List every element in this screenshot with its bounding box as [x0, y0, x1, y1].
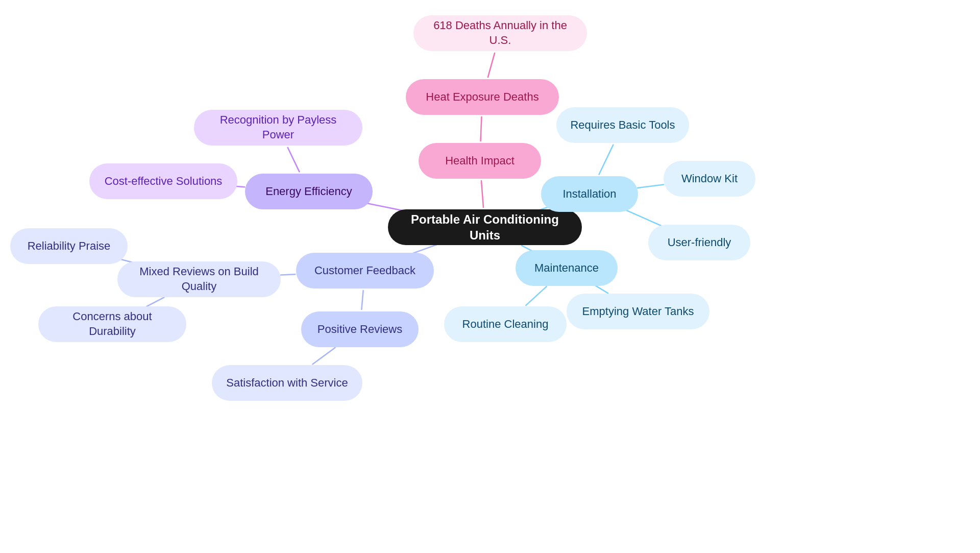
svg-line-11	[312, 348, 335, 365]
customer-feedback-node: Customer Feedback	[296, 253, 434, 288]
svg-line-18	[595, 285, 608, 293]
concerns-durability-node: Concerns about Durability	[38, 306, 186, 342]
maintenance-node: Maintenance	[516, 250, 618, 286]
satisfaction-service-node: Satisfaction with Service	[212, 365, 362, 401]
cost-effective-node: Cost-effective Solutions	[89, 163, 237, 199]
health-impact-node: Health Impact	[419, 143, 541, 179]
routine-cleaning-node: Routine Cleaning	[444, 306, 567, 342]
installation-node: Installation	[541, 176, 638, 212]
center-node: Portable Air Conditioning Units	[388, 209, 582, 245]
heat-exposure-node: Heat Exposure Deaths	[406, 79, 559, 115]
svg-line-7	[281, 274, 295, 275]
requires-tools-node: Requires Basic Tools	[556, 107, 689, 143]
svg-line-10	[361, 291, 363, 309]
mixed-reviews-node: Mixed Reviews on Build Quality	[117, 261, 281, 297]
svg-line-14	[638, 184, 664, 188]
energy-efficiency-node: Energy Efficiency	[245, 174, 373, 209]
svg-line-4	[288, 148, 300, 172]
svg-line-0	[481, 181, 483, 207]
recognition-node: Recognition by Payless Power	[194, 110, 362, 146]
svg-line-13	[599, 145, 613, 175]
emptying-water-node: Emptying Water Tanks	[567, 294, 709, 329]
user-friendly-node: User-friendly	[648, 225, 750, 260]
svg-line-2	[488, 53, 495, 77]
svg-line-5	[237, 186, 244, 187]
svg-line-9	[146, 297, 164, 306]
svg-line-1	[481, 117, 482, 141]
window-kit-node: Window Kit	[664, 161, 755, 197]
deaths-annually-node: 618 Deaths Annually in the U.S.	[413, 15, 587, 51]
reliability-praise-node: Reliability Praise	[10, 228, 128, 264]
svg-line-17	[526, 286, 546, 305]
positive-reviews-node: Positive Reviews	[301, 311, 419, 347]
svg-line-15	[623, 209, 665, 227]
